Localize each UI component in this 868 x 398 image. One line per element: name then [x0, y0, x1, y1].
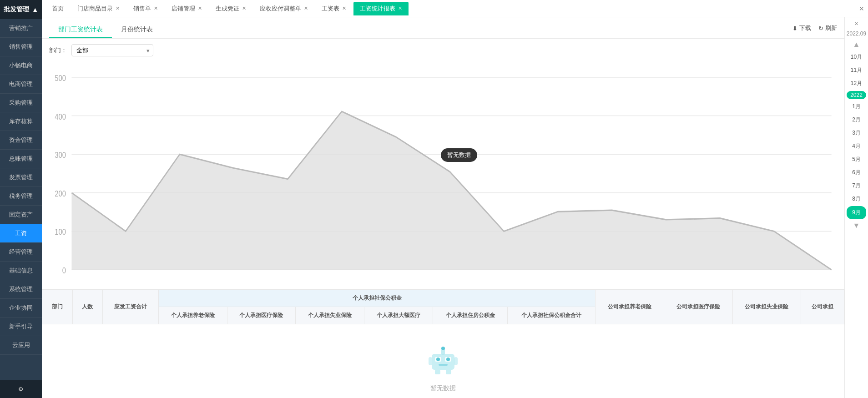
dept-select[interactable]: 全部 [71, 44, 153, 56]
month-item-2[interactable]: 2月 [845, 113, 868, 126]
svg-rect-22 [454, 357, 458, 365]
svg-rect-23 [435, 370, 440, 374]
svg-text:200: 200 [55, 188, 66, 198]
tab-payroll-report[interactable]: 工资统计报表 ✕ [353, 2, 409, 15]
table-empty-state: 暂无数据 [42, 324, 844, 398]
sidebar-header[interactable]: 批发管理 ▲ [0, 0, 42, 19]
year-badge[interactable]: 2022 [847, 91, 866, 99]
sidebar-item-zz[interactable]: 总账管理 [0, 150, 42, 168]
table-wrapper[interactable]: 部门 人数 应发工资合计 个人承担社保公积金 公司承担养老保险 公司承担医疗保险… [42, 289, 844, 398]
main-area: 首页 门店商品目录 ✕ 销售单 ✕ 店铺管理 ✕ 生成凭证 ✕ 应收应付调整单 … [42, 0, 868, 398]
refresh-icon: ↻ [818, 25, 823, 32]
sidebar-collapse-icon: ▲ [32, 6, 38, 13]
month-item-11[interactable]: 11月 [845, 64, 868, 77]
svg-point-17 [446, 358, 450, 361]
sidebar-item-yxtg[interactable]: 营销推广 [0, 19, 42, 38]
tab-home[interactable]: 首页 [45, 2, 70, 15]
tab-sales-order[interactable]: 销售单 ✕ [127, 2, 164, 15]
filter-label: 部门： [49, 46, 67, 55]
tab-close-ar-ap[interactable]: ✕ [304, 5, 308, 11]
tabs-bar-end: ✕ [859, 5, 864, 12]
svg-text:500: 500 [55, 73, 66, 83]
month-item-7[interactable]: 7月 [845, 179, 868, 192]
month-item-10[interactable]: 10月 [845, 50, 868, 64]
svg-marker-12 [71, 111, 831, 270]
sidebar-item-kc[interactable]: 库存核算 [0, 112, 42, 131]
month-item-1[interactable]: 1月 [845, 100, 868, 113]
svg-text:0: 0 [62, 265, 66, 275]
month-item-12[interactable]: 12月 [845, 77, 868, 90]
month-item-4[interactable]: 4月 [845, 140, 868, 153]
th-dept: 部门 [42, 290, 73, 324]
th-personal-pension: 个人承担养老保险 [158, 307, 227, 324]
right-panel: ✕ 2022.09 ▲ 10月 11月 12月 2022 1月 2月 3月 4月… [844, 17, 868, 398]
empty-state-icon [425, 343, 461, 379]
sidebar-item-xcdg[interactable]: 小畅电商 [0, 56, 42, 75]
month-item-5[interactable]: 5月 [845, 153, 868, 166]
sidebar-footer-settings[interactable]: ⚙ [0, 380, 42, 398]
sidebar-item-gd[interactable]: 固定资产 [0, 206, 42, 224]
next-year-arrow[interactable]: ▼ [851, 220, 862, 232]
payroll-table: 部门 人数 应发工资合计 个人承担社保公积金 公司承担养老保险 公司承担医疗保险… [42, 289, 844, 398]
right-panel-close[interactable]: ✕ [853, 19, 860, 29]
th-personal-unemp: 个人承担失业保险 [296, 307, 364, 324]
chart-area: 500 400 300 200 100 0 [42, 62, 844, 289]
svg-rect-18 [439, 364, 448, 366]
sub-tabs-left: 部门工资统计表 月份统计表 [49, 22, 162, 38]
th-total: 应发工资合计 [103, 290, 159, 324]
filter-row: 部门： 全部 [42, 39, 844, 62]
tab-close-payroll[interactable]: ✕ [342, 5, 346, 11]
svg-text:400: 400 [55, 111, 66, 121]
th-company-more: 公司承担 [801, 290, 844, 324]
th-personal-total: 个人承担社保公积金合计 [508, 307, 595, 324]
th-personal-large-medical: 个人承担大额医疗 [364, 307, 433, 324]
sidebar-item-sw[interactable]: 税务管理 [0, 187, 42, 206]
month-item-9[interactable]: 9月 [847, 206, 866, 219]
tab-end-close[interactable]: ✕ [859, 5, 864, 12]
sidebar-item-xsgl[interactable]: 销售管理 [0, 38, 42, 56]
sidebar-item-qy[interactable]: 企业协同 [0, 299, 42, 317]
svg-rect-21 [429, 357, 432, 365]
content-area: 部门工资统计表 月份统计表 ⬇ 下载 ↻ 刷新 [42, 17, 868, 398]
month-item-6[interactable]: 6月 [845, 166, 868, 179]
svg-rect-13 [432, 354, 454, 370]
sidebar-title: 批发管理 [4, 5, 29, 14]
tab-voucher[interactable]: 生成凭证 ✕ [209, 2, 252, 15]
sidebar-item-xt[interactable]: 系统管理 [0, 280, 42, 299]
tab-store-mgmt[interactable]: 店铺管理 ✕ [165, 2, 208, 15]
th-company-unemp: 公司承担失业保险 [732, 290, 801, 324]
svg-text:100: 100 [55, 227, 66, 237]
sidebar-item-xs[interactable]: 新手引导 [0, 317, 42, 336]
tab-close-payroll-report[interactable]: ✕ [398, 5, 402, 11]
sidebar-item-dsg[interactable]: 电商管理 [0, 75, 42, 94]
sub-tabs-right: ⬇ 下载 ↻ 刷新 [792, 24, 837, 36]
refresh-button[interactable]: ↻ 刷新 [818, 24, 837, 32]
tab-ar-ap[interactable]: 应收应付调整单 ✕ [253, 2, 314, 15]
th-company-medical: 公司承担医疗保险 [664, 290, 732, 324]
tab-close-store-mgmt[interactable]: ✕ [198, 5, 202, 11]
tab-close-sales-order[interactable]: ✕ [154, 5, 158, 11]
sub-tab-dept[interactable]: 部门工资统计表 [49, 22, 112, 38]
empty-text: 暂无数据 [430, 384, 456, 393]
sidebar-item-jc[interactable]: 基础信息 [0, 262, 42, 280]
svg-point-16 [436, 358, 440, 361]
sidebar: 批发管理 ▲ 营销推广 销售管理 小畅电商 电商管理 采购管理 库存核算 资金管… [0, 0, 42, 398]
sidebar-item-gz[interactable]: 工资 [0, 224, 42, 243]
tab-payroll[interactable]: 工资表 ✕ [315, 2, 353, 15]
month-item-8[interactable]: 8月 [845, 192, 868, 206]
download-button[interactable]: ⬇ 下载 [792, 24, 811, 32]
tab-close-voucher[interactable]: ✕ [242, 5, 246, 11]
tab-close-store-catalog[interactable]: ✕ [116, 5, 120, 11]
gear-icon: ⚙ [18, 386, 24, 393]
th-count: 人数 [72, 290, 103, 324]
svg-rect-24 [446, 370, 451, 374]
prev-year-arrow[interactable]: ▲ [851, 39, 862, 50]
sidebar-item-jy[interactable]: 经营管理 [0, 243, 42, 262]
sidebar-item-yy[interactable]: 云应用 [0, 336, 42, 355]
sidebar-item-fp[interactable]: 发票管理 [0, 168, 42, 187]
month-item-3[interactable]: 3月 [845, 126, 868, 140]
tab-store-catalog[interactable]: 门店商品目录 ✕ [71, 2, 126, 15]
sidebar-item-cg[interactable]: 采购管理 [0, 94, 42, 112]
sub-tab-month[interactable]: 月份统计表 [112, 22, 162, 38]
sidebar-item-zj[interactable]: 资金管理 [0, 131, 42, 150]
